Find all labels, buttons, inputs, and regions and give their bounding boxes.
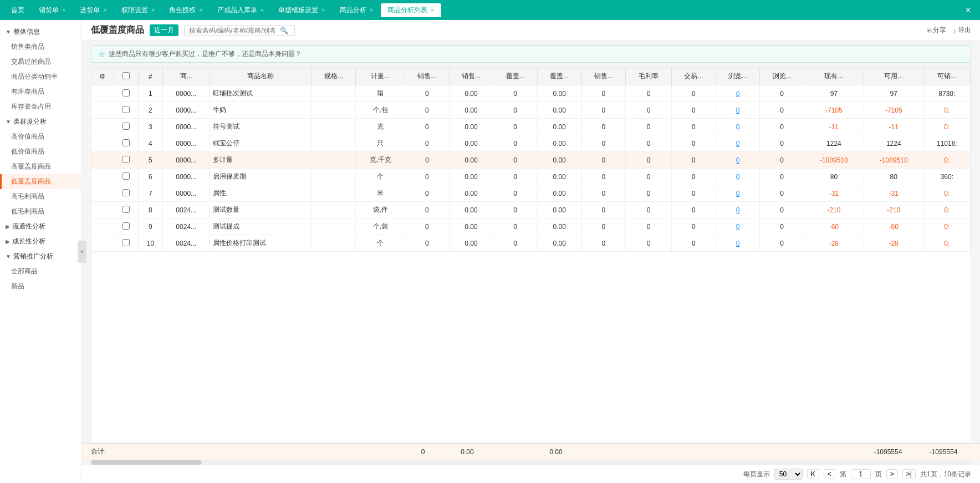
sidebar-item-new-goods[interactable]: 新品 xyxy=(0,279,81,294)
close-icon[interactable]: × xyxy=(431,7,434,13)
td-unit: 个 xyxy=(356,235,405,252)
close-icon[interactable]: × xyxy=(199,7,202,13)
close-icon[interactable]: × xyxy=(103,7,106,13)
td-checkbox[interactable] xyxy=(114,185,138,202)
page-number-input[interactable] xyxy=(851,469,871,479)
close-icon[interactable]: × xyxy=(151,7,155,13)
nav-tab-purchase[interactable]: 进货单 × xyxy=(73,3,113,17)
td-checkbox[interactable] xyxy=(114,85,138,102)
share-button[interactable]: ⎗ 分享 xyxy=(927,26,946,35)
sidebar-item-sales-goods[interactable]: 销售类商品 xyxy=(0,39,81,54)
row-checkbox[interactable] xyxy=(122,222,130,230)
row-checkbox[interactable] xyxy=(122,156,130,163)
row-checkbox[interactable] xyxy=(122,239,130,246)
sidebar-item-low-coverage[interactable]: 低覆盖度商品 xyxy=(0,174,81,189)
first-page-button[interactable]: K xyxy=(807,469,819,479)
td-browse-cnt[interactable]: 0 xyxy=(716,169,760,185)
browse-cnt-link[interactable]: 0 xyxy=(736,106,740,114)
sidebar-group-marketing[interactable]: ▼ 营销推广分析 xyxy=(0,249,81,264)
td-browse-cnt[interactable]: 0 xyxy=(716,152,760,169)
row-checkbox[interactable] xyxy=(122,139,130,146)
browse-cnt-link[interactable]: 0 xyxy=(736,173,740,181)
browse-cnt-link[interactable]: 0 xyxy=(736,206,740,214)
td-checkbox[interactable] xyxy=(114,202,138,218)
sidebar-item-traded-goods[interactable]: 交易过的商品 xyxy=(0,54,81,69)
next-page-button[interactable]: > xyxy=(886,469,898,479)
td-checkbox[interactable] xyxy=(114,152,138,169)
row-checkbox[interactable] xyxy=(122,172,130,180)
close-icon[interactable]: × xyxy=(62,7,65,13)
search-icon[interactable]: 🔍 xyxy=(280,27,288,34)
th-checkbox[interactable] xyxy=(114,68,138,85)
td-browse-cnt[interactable]: 0 xyxy=(716,185,760,202)
close-icon[interactable]: × xyxy=(261,7,264,13)
horizontal-scrollbar[interactable] xyxy=(91,460,971,465)
last-page-button[interactable]: >| xyxy=(902,469,916,479)
settings-icon[interactable]: ⚙ xyxy=(99,73,105,80)
nav-tab-analysis[interactable]: 商品分析 × xyxy=(333,3,380,17)
period-button[interactable]: 近一月 xyxy=(150,24,178,36)
td-checkbox[interactable] xyxy=(114,135,138,152)
browse-cnt-link[interactable]: 0 xyxy=(736,156,740,164)
search-input[interactable] xyxy=(189,27,278,34)
th-sellable: 可销... xyxy=(923,68,970,85)
sidebar-group-liquidity[interactable]: ▶ 流通性分析 xyxy=(0,219,81,234)
sidebar-item-category-turnover[interactable]: 商品分类动销率 xyxy=(0,69,81,84)
th-settings[interactable]: ⚙ xyxy=(91,68,114,85)
td-browse-cnt[interactable]: 0 xyxy=(716,119,760,135)
td-checkbox[interactable] xyxy=(114,169,138,185)
nav-tab-analysis-list[interactable]: 商品分析列表 × xyxy=(381,3,441,17)
row-checkbox[interactable] xyxy=(122,106,130,113)
td-browse-cnt[interactable]: 0 xyxy=(716,202,760,218)
nav-tab-products[interactable]: 产成品入库单 × xyxy=(211,3,270,17)
sidebar-item-inventory-capital[interactable]: 库存资金占用 xyxy=(0,99,81,114)
page-size-select[interactable]: 50 100 200 xyxy=(774,469,803,480)
th-available: 可用... xyxy=(864,68,923,85)
td-checkbox[interactable] xyxy=(114,218,138,235)
nav-tab-templates[interactable]: 单据模板设置 × xyxy=(272,3,331,17)
row-checkbox[interactable] xyxy=(122,206,130,213)
sidebar-item-high-margin[interactable]: 高毛利商品 xyxy=(0,189,81,204)
select-all-checkbox[interactable] xyxy=(122,72,130,79)
close-icon[interactable]: × xyxy=(370,7,373,13)
top-nav: 首页 销货单 × 进货单 × 权限设置 × 角色授权 × 产成品入库单 × 单据… xyxy=(0,0,980,20)
nav-tab-sales[interactable]: 销货单 × xyxy=(32,3,72,17)
browse-cnt-link[interactable]: 0 xyxy=(736,240,740,247)
sidebar-item-high-value[interactable]: 高价值商品 xyxy=(0,129,81,144)
row-checkbox[interactable] xyxy=(122,89,130,96)
sidebar-group-cluster[interactable]: ▼ 类群度分析 xyxy=(0,114,81,129)
export-button[interactable]: ↓ 导出 xyxy=(953,26,971,35)
browse-cnt-link[interactable]: 0 xyxy=(736,123,740,131)
browse-cnt-link[interactable]: 0 xyxy=(736,223,740,231)
window-close-button[interactable]: × xyxy=(961,4,976,16)
browse-cnt-link[interactable]: 0 xyxy=(736,140,740,148)
td-browse-cnt[interactable]: 0 xyxy=(716,218,760,235)
td-trade-cnt: 0 xyxy=(672,185,716,202)
sidebar-item-in-stock[interactable]: 有库存商品 xyxy=(0,84,81,99)
sidebar-item-low-value[interactable]: 低价值商品 xyxy=(0,144,81,159)
nav-tab-roles[interactable]: 角色授权 × xyxy=(162,3,209,17)
close-icon[interactable]: × xyxy=(321,7,325,13)
td-browse-cnt[interactable]: 0 xyxy=(716,85,760,102)
nav-tab-permissions[interactable]: 权限设置 × xyxy=(115,3,161,17)
td-browse-cnt[interactable]: 0 xyxy=(716,102,760,119)
nav-tab-home[interactable]: 首页 xyxy=(4,3,31,17)
td-browse-cnt[interactable]: 0 xyxy=(716,135,760,152)
sidebar-group-growth[interactable]: ▶ 成长性分析 xyxy=(0,234,81,249)
scrollbar-thumb[interactable] xyxy=(91,460,202,465)
td-cover-rate: 0.00 xyxy=(537,202,581,218)
sidebar-item-high-coverage[interactable]: 高覆盖度商品 xyxy=(0,159,81,174)
row-checkbox[interactable] xyxy=(122,189,130,196)
sidebar-group-overall[interactable]: ▼ 整体信息 xyxy=(0,24,81,39)
browse-cnt-link[interactable]: 0 xyxy=(736,90,740,98)
browse-cnt-link[interactable]: 0 xyxy=(736,190,740,197)
row-checkbox[interactable] xyxy=(122,123,130,130)
td-browse-cnt[interactable]: 0 xyxy=(716,235,760,252)
sidebar-collapse-button[interactable]: « xyxy=(78,241,86,263)
sidebar-item-all-goods[interactable]: 全部商品 xyxy=(0,264,81,279)
sidebar-item-low-margin[interactable]: 低毛利商品 xyxy=(0,204,81,219)
td-checkbox[interactable] xyxy=(114,119,138,135)
td-checkbox[interactable] xyxy=(114,102,138,119)
prev-page-button[interactable]: < xyxy=(824,469,835,479)
td-checkbox[interactable] xyxy=(114,235,138,252)
